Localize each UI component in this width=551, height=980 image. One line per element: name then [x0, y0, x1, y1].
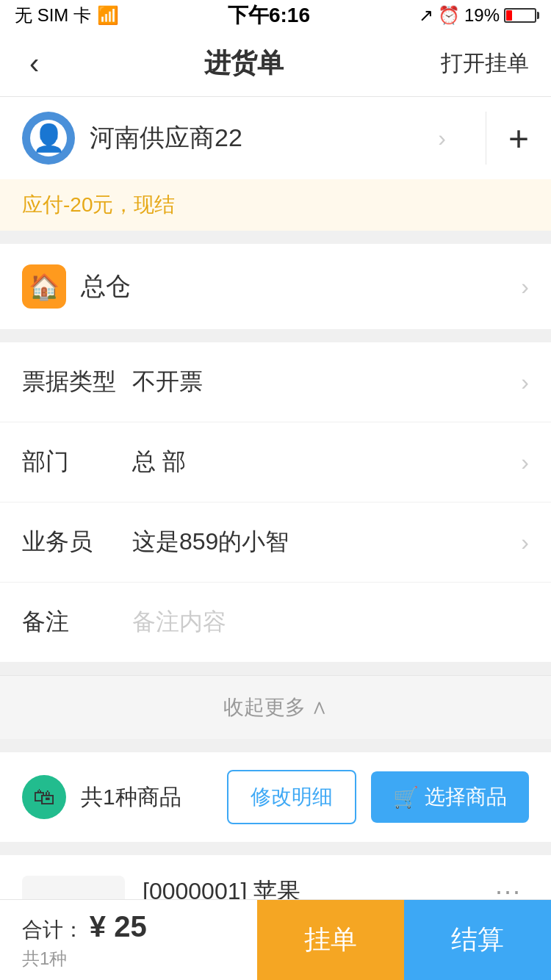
- chevron-right-icon: ›: [521, 369, 529, 396]
- total-sub: 共1种: [22, 947, 235, 970]
- alarm-icon: ⏰: [438, 5, 460, 26]
- invoice-type-row[interactable]: 票据类型 不开票 ›: [0, 342, 551, 422]
- checkout-button[interactable]: 结算: [404, 900, 551, 981]
- person-icon: 👤: [32, 123, 65, 154]
- total-amount: ¥ 25: [90, 910, 147, 943]
- chevron-right-icon: ›: [521, 529, 529, 556]
- supplier-name: 河南供应商22: [90, 121, 438, 155]
- cart-icon: 🛍: [33, 785, 55, 810]
- department-value: 总 部: [132, 446, 521, 478]
- total-label: 合计：: [22, 918, 84, 941]
- form-section: 票据类型 不开票 › 部门 总 部 › 业务员 这是859的小智 › 备注 备注…: [0, 342, 551, 662]
- warehouse-name: 总仓: [81, 270, 521, 303]
- remark-placeholder: 备注内容: [132, 606, 529, 638]
- collapse-button[interactable]: 收起更多 ∧: [0, 675, 551, 739]
- status-time: 下午6:16: [228, 1, 310, 29]
- select-product-icon: 🛒: [393, 785, 419, 810]
- select-product-button[interactable]: 🛒 选择商品: [371, 771, 529, 823]
- wifi-icon: 📶: [97, 5, 119, 26]
- invoice-type-label: 票据类型: [22, 366, 132, 398]
- chevron-right-icon: ›: [438, 125, 446, 152]
- status-right: ↗ ⏰ 19%: [419, 5, 536, 26]
- status-left: 无 SIM 卡 📶: [15, 4, 119, 27]
- open-pending-button[interactable]: 打开挂单: [441, 48, 529, 79]
- invoice-type-value: 不开票: [132, 366, 521, 398]
- select-product-label: 选择商品: [425, 783, 507, 811]
- edit-detail-button[interactable]: 修改明细: [227, 770, 356, 824]
- product-count-icon: 🛍: [22, 775, 66, 819]
- battery-text: 19%: [464, 5, 500, 26]
- department-row[interactable]: 部门 总 部 ›: [0, 422, 551, 502]
- supplier-notice: 应付-20元，现结: [0, 179, 551, 231]
- location-icon: ↗: [419, 5, 433, 26]
- supplier-section: 👤 河南供应商22 › + 应付-20元，现结: [0, 97, 551, 231]
- add-supplier-button[interactable]: +: [486, 118, 529, 159]
- salesperson-label: 业务员: [22, 526, 132, 558]
- nav-bar: ‹ 进货单 打开挂单: [0, 31, 551, 97]
- battery-icon: [504, 8, 536, 23]
- total-row: 合计： ¥ 25: [22, 910, 235, 944]
- hold-button[interactable]: 挂单: [257, 900, 404, 981]
- page-title: 进货单: [204, 46, 284, 82]
- chevron-right-icon: ›: [521, 449, 529, 476]
- plus-icon: +: [508, 118, 529, 159]
- carrier-text: 无 SIM 卡: [15, 4, 91, 27]
- footer-total: 合计： ¥ 25 共1种: [0, 910, 257, 970]
- product-count-text: 共1种商品: [81, 782, 212, 813]
- warehouse-row[interactable]: 🏠 总仓 ›: [0, 244, 551, 329]
- back-button[interactable]: ‹: [22, 40, 46, 87]
- product-header: 🛍 共1种商品 修改明细 🛒 选择商品: [0, 752, 551, 842]
- department-label: 部门: [22, 446, 132, 478]
- chevron-right-icon: ›: [521, 273, 529, 300]
- salesperson-value: 这是859的小智: [132, 526, 521, 558]
- remark-row[interactable]: 备注 备注内容: [0, 583, 551, 662]
- supplier-row[interactable]: 👤 河南供应商22 ›: [22, 112, 486, 165]
- warehouse-icon: 🏠: [22, 264, 66, 309]
- status-bar: 无 SIM 卡 📶 下午6:16 ↗ ⏰ 19%: [0, 0, 551, 31]
- footer: 合计： ¥ 25 共1种 挂单 结算: [0, 899, 551, 980]
- remark-label: 备注: [22, 606, 132, 638]
- salesperson-row[interactable]: 业务员 这是859的小智 ›: [0, 502, 551, 583]
- supplier-avatar: 👤: [22, 112, 75, 165]
